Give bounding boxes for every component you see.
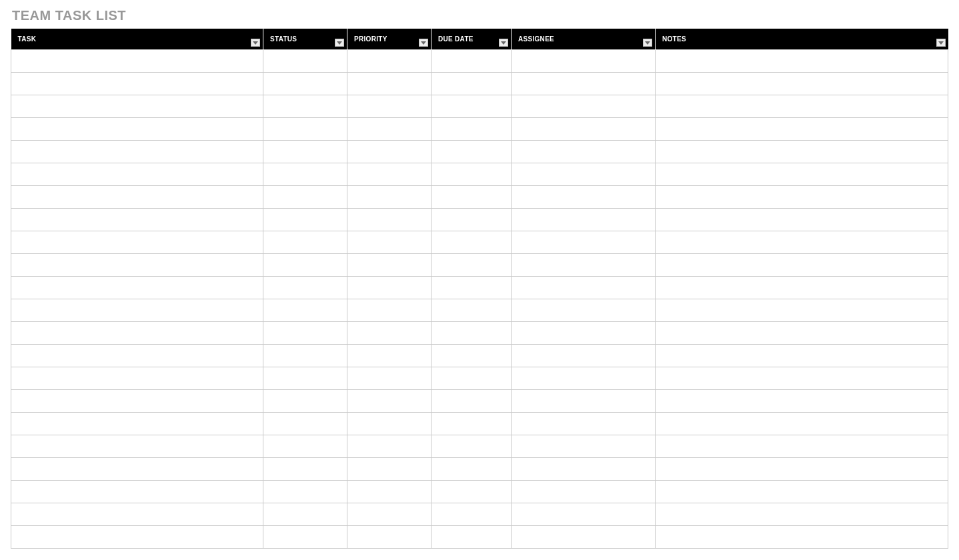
- cell-status[interactable]: [263, 458, 347, 481]
- cell-duedate[interactable]: [431, 413, 512, 435]
- cell-status[interactable]: [263, 118, 347, 141]
- cell-task[interactable]: [11, 458, 263, 481]
- cell-duedate[interactable]: [431, 186, 512, 209]
- cell-notes[interactable]: [656, 141, 948, 163]
- cell-duedate[interactable]: [431, 458, 512, 481]
- cell-notes[interactable]: [656, 254, 948, 277]
- cell-duedate[interactable]: [431, 118, 512, 141]
- cell-duedate[interactable]: [431, 345, 512, 367]
- cell-priority[interactable]: [347, 141, 431, 163]
- filter-button-notes[interactable]: [936, 39, 946, 47]
- cell-duedate[interactable]: [431, 231, 512, 254]
- cell-assignee[interactable]: [512, 367, 656, 390]
- cell-notes[interactable]: [656, 367, 948, 390]
- cell-priority[interactable]: [347, 50, 431, 73]
- cell-priority[interactable]: [347, 95, 431, 118]
- cell-priority[interactable]: [347, 299, 431, 322]
- cell-assignee[interactable]: [512, 413, 656, 435]
- cell-status[interactable]: [263, 367, 347, 390]
- cell-duedate[interactable]: [431, 299, 512, 322]
- cell-assignee[interactable]: [512, 118, 656, 141]
- cell-priority[interactable]: [347, 390, 431, 413]
- cell-assignee[interactable]: [512, 390, 656, 413]
- cell-assignee[interactable]: [512, 299, 656, 322]
- cell-status[interactable]: [263, 277, 347, 299]
- filter-button-priority[interactable]: [419, 39, 428, 47]
- cell-assignee[interactable]: [512, 163, 656, 186]
- cell-task[interactable]: [11, 186, 263, 209]
- cell-status[interactable]: [263, 254, 347, 277]
- cell-assignee[interactable]: [512, 435, 656, 458]
- cell-status[interactable]: [263, 299, 347, 322]
- cell-assignee[interactable]: [512, 141, 656, 163]
- cell-notes[interactable]: [656, 458, 948, 481]
- cell-priority[interactable]: [347, 277, 431, 299]
- cell-notes[interactable]: [656, 526, 948, 549]
- cell-status[interactable]: [263, 413, 347, 435]
- cell-assignee[interactable]: [512, 526, 656, 549]
- cell-status[interactable]: [263, 231, 347, 254]
- cell-status[interactable]: [263, 435, 347, 458]
- cell-priority[interactable]: [347, 231, 431, 254]
- cell-task[interactable]: [11, 163, 263, 186]
- cell-duedate[interactable]: [431, 209, 512, 231]
- cell-duedate[interactable]: [431, 481, 512, 503]
- cell-task[interactable]: [11, 322, 263, 345]
- cell-duedate[interactable]: [431, 254, 512, 277]
- cell-priority[interactable]: [347, 73, 431, 95]
- cell-status[interactable]: [263, 95, 347, 118]
- cell-notes[interactable]: [656, 186, 948, 209]
- cell-priority[interactable]: [347, 435, 431, 458]
- cell-duedate[interactable]: [431, 390, 512, 413]
- filter-button-status[interactable]: [335, 39, 344, 47]
- cell-priority[interactable]: [347, 163, 431, 186]
- cell-notes[interactable]: [656, 50, 948, 73]
- cell-priority[interactable]: [347, 458, 431, 481]
- cell-status[interactable]: [263, 345, 347, 367]
- cell-task[interactable]: [11, 141, 263, 163]
- cell-assignee[interactable]: [512, 50, 656, 73]
- cell-priority[interactable]: [347, 254, 431, 277]
- cell-task[interactable]: [11, 390, 263, 413]
- cell-notes[interactable]: [656, 209, 948, 231]
- cell-task[interactable]: [11, 367, 263, 390]
- cell-priority[interactable]: [347, 118, 431, 141]
- cell-duedate[interactable]: [431, 50, 512, 73]
- cell-status[interactable]: [263, 163, 347, 186]
- cell-status[interactable]: [263, 526, 347, 549]
- cell-status[interactable]: [263, 186, 347, 209]
- cell-notes[interactable]: [656, 118, 948, 141]
- cell-notes[interactable]: [656, 299, 948, 322]
- cell-duedate[interactable]: [431, 322, 512, 345]
- cell-duedate[interactable]: [431, 95, 512, 118]
- cell-status[interactable]: [263, 50, 347, 73]
- cell-notes[interactable]: [656, 503, 948, 526]
- cell-notes[interactable]: [656, 390, 948, 413]
- cell-task[interactable]: [11, 435, 263, 458]
- cell-assignee[interactable]: [512, 254, 656, 277]
- cell-notes[interactable]: [656, 73, 948, 95]
- cell-task[interactable]: [11, 345, 263, 367]
- cell-task[interactable]: [11, 73, 263, 95]
- cell-duedate[interactable]: [431, 73, 512, 95]
- filter-button-duedate[interactable]: [499, 39, 508, 47]
- cell-assignee[interactable]: [512, 209, 656, 231]
- cell-status[interactable]: [263, 322, 347, 345]
- cell-priority[interactable]: [347, 345, 431, 367]
- cell-priority[interactable]: [347, 503, 431, 526]
- cell-notes[interactable]: [656, 95, 948, 118]
- cell-duedate[interactable]: [431, 141, 512, 163]
- cell-status[interactable]: [263, 481, 347, 503]
- cell-assignee[interactable]: [512, 95, 656, 118]
- cell-assignee[interactable]: [512, 345, 656, 367]
- cell-notes[interactable]: [656, 163, 948, 186]
- cell-status[interactable]: [263, 503, 347, 526]
- cell-task[interactable]: [11, 118, 263, 141]
- cell-assignee[interactable]: [512, 458, 656, 481]
- cell-priority[interactable]: [347, 413, 431, 435]
- cell-assignee[interactable]: [512, 322, 656, 345]
- cell-task[interactable]: [11, 503, 263, 526]
- cell-priority[interactable]: [347, 481, 431, 503]
- cell-notes[interactable]: [656, 413, 948, 435]
- cell-assignee[interactable]: [512, 231, 656, 254]
